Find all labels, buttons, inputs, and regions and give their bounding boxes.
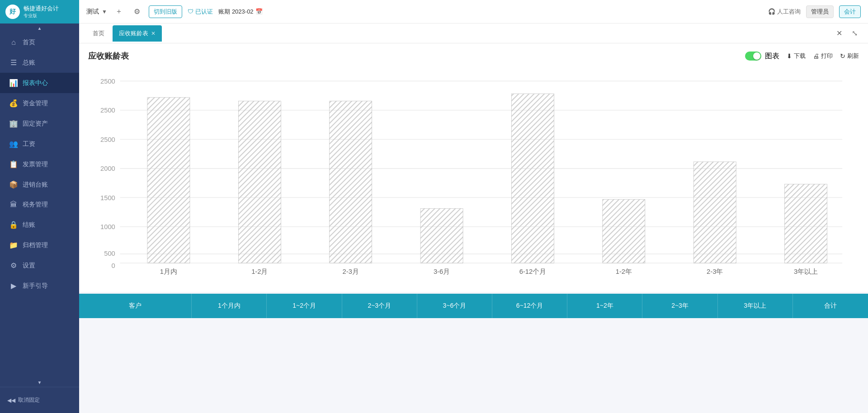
svg-text:1-2年: 1-2年 — [616, 268, 632, 275]
svg-rect-24 — [785, 184, 827, 263]
sidebar-item-funds[interactable]: 💰 资金管理 — [0, 93, 79, 113]
settings-btn[interactable]: ⚙ — [131, 5, 143, 18]
sidebar-item-assets[interactable]: 🏢 固定资产 — [0, 113, 79, 134]
top-header: 测试 ▼ ＋ ⚙ 切到旧版 🛡 已认证 账期 2023-02 📅 🎧 人工咨询 … — [79, 0, 868, 23]
pin-icon: ◀◀ — [7, 397, 15, 404]
cancel-fixed-btn[interactable]: ◀◀ 取消固定 — [0, 392, 79, 408]
col-3y-plus: 3年以上 — [718, 294, 793, 318]
chevron-down-icon: ▼ — [102, 9, 107, 15]
col-1-2y: 1~2年 — [567, 294, 642, 318]
funds-icon: 💰 — [9, 99, 18, 108]
expand-btn[interactable]: ⤡ — [848, 27, 861, 40]
svg-rect-23 — [693, 162, 736, 263]
guide-icon: ▶ — [9, 282, 18, 290]
col-1-2m: 1~2个月 — [267, 294, 342, 318]
content-area: 应收账龄表 图表 ⬇ 下载 🖨 打印 — [79, 43, 868, 413]
svg-rect-20 — [420, 208, 463, 263]
sidebar-item-payroll[interactable]: 👥 工资 — [0, 134, 79, 154]
company-selector[interactable]: 测试 ▼ — [86, 8, 107, 16]
add-company-btn[interactable]: ＋ — [113, 5, 125, 18]
bar-chart: 2500 2500 2500 2000 1500 1000 500 0 — [84, 75, 854, 281]
refresh-icon: ↻ — [840, 52, 845, 60]
reports-icon: 📊 — [9, 79, 18, 87]
company-name: 测试 — [86, 8, 99, 16]
col-2-3y: 2~3年 — [642, 294, 717, 318]
sidebar-item-reports[interactable]: 📊 报表中心 — [0, 73, 79, 93]
sidebar-item-invoice[interactable]: 📋 发票管理 — [0, 154, 79, 174]
svg-text:0: 0 — [112, 262, 115, 269]
svg-text:1-2月: 1-2月 — [251, 268, 268, 275]
col-1m: 1个月内 — [192, 294, 267, 318]
header-right: 🎧 人工咨询 管理员 会计 — [768, 5, 861, 18]
tab-bar-right: ✕ ⤡ — [833, 27, 861, 40]
scroll-up-arrow[interactable]: ▲ — [0, 23, 79, 33]
svg-text:2-3月: 2-3月 — [343, 268, 359, 275]
consult-btn[interactable]: 🎧 人工咨询 — [768, 8, 801, 16]
sidebar-logo: 好 畅捷通好会计 专业版 — [0, 0, 79, 23]
toggle-thumb — [753, 52, 760, 60]
svg-text:2500: 2500 — [100, 78, 115, 85]
sidebar: 好 畅捷通好会计 专业版 ▲ ⌂ 首页 ☰ 总账 📊 报表中心 💰 资金管理 🏢… — [0, 0, 79, 413]
sidebar-nav: ⌂ 首页 ☰ 总账 📊 报表中心 💰 资金管理 🏢 固定资产 👥 工资 📋 发票… — [0, 33, 79, 378]
accountant-btn[interactable]: 会计 — [839, 5, 861, 18]
sidebar-item-guide[interactable]: ▶ 新手引导 — [0, 276, 79, 296]
sidebar-item-closing[interactable]: 🔒 结账 — [0, 215, 79, 235]
chart-toggle[interactable]: 图表 — [745, 52, 779, 61]
sales-icon: 📦 — [9, 180, 18, 189]
sidebar-item-home[interactable]: ⌂ 首页 — [0, 33, 79, 52]
period-info: 账期 2023-02 📅 — [218, 8, 263, 16]
tab-close-icon[interactable]: ✕ — [151, 30, 156, 37]
svg-text:3-6月: 3-6月 — [434, 268, 450, 275]
svg-rect-22 — [603, 199, 645, 263]
svg-text:1000: 1000 — [100, 223, 115, 230]
switch-version-btn[interactable]: 切到旧版 — [149, 5, 182, 18]
table-container: 客户 1个月内 1~2个月 2~3个月 3~6个月 6~12个月 1~2年 2~… — [79, 294, 868, 318]
refresh-btn[interactable]: ↻ 刷新 — [840, 52, 859, 60]
main-area: 测试 ▼ ＋ ⚙ 切到旧版 🛡 已认证 账期 2023-02 📅 🎧 人工咨询 … — [79, 0, 868, 413]
svg-rect-21 — [511, 94, 554, 263]
calendar-icon[interactable]: 📅 — [255, 8, 263, 15]
sidebar-item-sales[interactable]: 📦 进销台账 — [0, 174, 79, 195]
tab-home[interactable]: 首页 — [86, 25, 111, 42]
assets-icon: 🏢 — [9, 119, 18, 128]
sidebar-item-settings[interactable]: ⚙ 设置 — [0, 255, 79, 276]
svg-rect-19 — [330, 101, 372, 263]
sidebar-item-ledger[interactable]: ☰ 总账 — [0, 52, 79, 73]
close-panel-btn[interactable]: ✕ — [833, 27, 845, 40]
archive-icon: 📁 — [9, 241, 18, 249]
tab-ar-aging[interactable]: 应收账龄表 ✕ — [113, 25, 162, 42]
closing-icon: 🔒 — [9, 221, 18, 229]
download-icon: ⬇ — [787, 52, 792, 60]
download-btn[interactable]: ⬇ 下载 — [787, 52, 806, 60]
svg-text:2-3年: 2-3年 — [707, 268, 723, 275]
tab-bar: 首页 应收账龄表 ✕ ✕ ⤡ — [79, 23, 868, 43]
settings-icon: ⚙ — [9, 261, 18, 270]
col-2-3m: 2~3个月 — [342, 294, 417, 318]
col-total: 合计 — [793, 294, 868, 318]
sidebar-bottom: ◀◀ 取消固定 — [0, 387, 79, 413]
sidebar-item-tax[interactable]: 🏛 税务管理 — [0, 195, 79, 215]
print-icon: 🖨 — [813, 52, 819, 60]
print-btn[interactable]: 🖨 打印 — [813, 52, 833, 60]
chart-container: 2500 2500 2500 2000 1500 1000 500 0 — [79, 66, 868, 292]
shield-icon: 🛡 — [188, 8, 193, 15]
headset-icon: 🎧 — [768, 8, 775, 15]
sidebar-item-archive[interactable]: 📁 归档管理 — [0, 235, 79, 255]
certified-badge: 🛡 已认证 — [188, 8, 213, 16]
scroll-down-arrow[interactable]: ▼ — [0, 378, 79, 387]
page-toolbar: 图表 ⬇ 下载 🖨 打印 ↻ 刷新 — [745, 52, 859, 61]
invoice-icon: 📋 — [9, 160, 18, 169]
svg-rect-17 — [147, 98, 190, 263]
svg-text:500: 500 — [104, 250, 115, 257]
tax-icon: 🏛 — [9, 201, 18, 209]
manager-btn[interactable]: 管理员 — [806, 5, 834, 18]
svg-text:1500: 1500 — [100, 194, 115, 202]
svg-text:1月内: 1月内 — [160, 268, 177, 275]
col-3-6m: 3~6个月 — [417, 294, 492, 318]
toggle-label: 图表 — [765, 52, 779, 61]
toggle-track[interactable] — [745, 52, 761, 61]
svg-text:2500: 2500 — [100, 107, 115, 114]
svg-text:3年以上: 3年以上 — [794, 268, 818, 275]
col-customer: 客户 — [79, 294, 192, 318]
svg-text:2500: 2500 — [100, 136, 115, 143]
